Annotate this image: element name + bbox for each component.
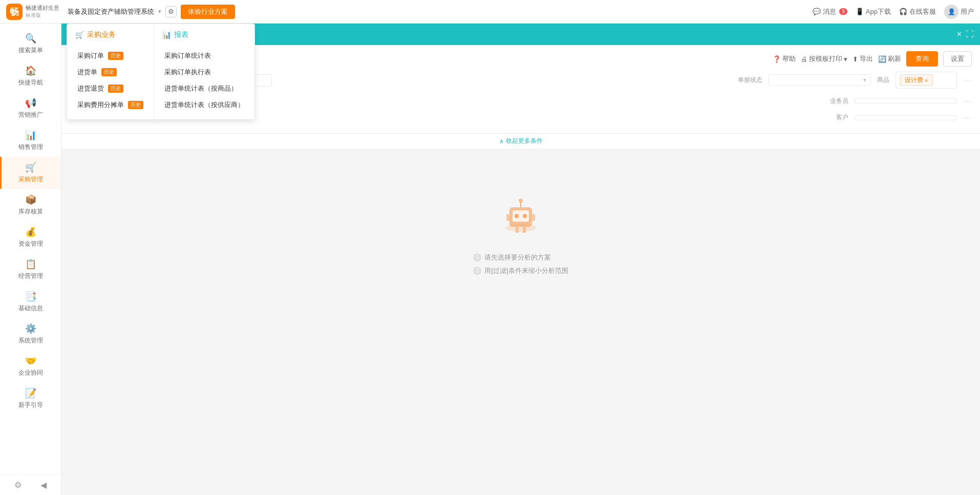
purchase-col-title: 采购业务: [87, 30, 116, 39]
print-icon: 🖨: [801, 55, 807, 63]
inventory-icon: 📦: [25, 194, 36, 205]
sidebar-item-guide[interactable]: 📝 新手引导: [0, 382, 61, 415]
sidebar-item-sales[interactable]: 📊 销售管理: [0, 124, 61, 157]
message-icon: 💬: [813, 8, 821, 15]
purchase-icon: 🛒: [25, 162, 36, 173]
online-service-button[interactable]: 🎧 在线客服: [899, 7, 936, 16]
user-label: 用户: [961, 7, 974, 16]
guide-icon: 📝: [25, 388, 36, 399]
print-btn[interactable]: 🖨 按模板打印 ▾: [801, 54, 847, 63]
empty-tip-2: 2 用[过滤]条件来缩小分析范围: [473, 264, 568, 277]
goods-more-dots[interactable]: ···: [963, 76, 972, 84]
export-label: 导出: [860, 54, 873, 63]
dropdown-col-purchase: 🛒 采购业务 采购订单 历史 进货单 历史 进货退货 历史 采购费用分摊单 历史: [67, 24, 154, 119]
user-avatar[interactable]: 👤 用户: [944, 5, 974, 19]
online-service-label: 在线客服: [909, 7, 936, 16]
collapse-icon: ∧: [499, 138, 504, 145]
logo-icon: 畅: [6, 4, 23, 20]
topbar-right: 💬 消息 9 📱 App下载 🎧 在线客服 👤 用户: [813, 5, 974, 19]
goods-tag-close[interactable]: ×: [925, 77, 928, 83]
dropdown-item-po-stat[interactable]: 采购订单统计表: [162, 48, 246, 64]
app-download-button[interactable]: 📱 App下载: [856, 7, 891, 16]
sidebar-item-marketing[interactable]: 📢 营销推广: [0, 92, 61, 124]
sidebar-label-search: 搜索菜单: [18, 46, 43, 55]
dropdown-item-receipt-supplier-label: 进货单统计表（按供应商）: [164, 100, 244, 110]
sidebar-settings-btn[interactable]: ⚙: [14, 480, 22, 490]
phone-icon: 📱: [856, 8, 864, 15]
export-btn[interactable]: ⬆ 导出: [853, 54, 873, 63]
svg-rect-5: [506, 214, 509, 221]
dropdown-item-expense[interactable]: 采购费用分摊单 历史: [75, 97, 145, 113]
sidebar-item-enterprise[interactable]: 🤝 企业协同: [0, 350, 61, 382]
svg-rect-7: [516, 227, 519, 233]
message-label: 消息: [823, 7, 836, 16]
salesman-more-dots[interactable]: ···: [963, 97, 972, 105]
dropdown-col-report: 📊 报表 采购订单统计表 采购订单执行表 进货单统计表（按商品） 进货单统计表（…: [154, 24, 254, 119]
finance-icon: 💰: [25, 226, 36, 238]
salesman-field[interactable]: [855, 98, 957, 103]
sidebar-item-system[interactable]: ⚙️ 系统管理: [0, 318, 61, 350]
empty-tip-1: 1 请先选择要分析的方案: [473, 251, 568, 264]
dropdown-item-po[interactable]: 采购订单 历史: [75, 48, 145, 64]
sidebar-label-finance: 资金管理: [18, 240, 43, 248]
sidebar: 🔍 搜索菜单 🏠 快捷导航 📢 营销推广 📊 销售管理 🛒 采购管理 📦 库存核…: [0, 24, 61, 495]
history-badge-po: 历史: [108, 52, 123, 60]
logo-badge: 标准版: [26, 12, 59, 19]
customer-more-dots[interactable]: ···: [963, 114, 972, 121]
sidebar-bottom: ⚙ ◀: [0, 475, 61, 495]
message-badge: 9: [839, 8, 847, 15]
message-button[interactable]: 💬 消息 9: [813, 7, 847, 16]
sidebar-item-purchase[interactable]: 🛒 采购管理: [0, 157, 61, 189]
help-btn[interactable]: ❓ 帮助: [773, 54, 796, 63]
sidebar-item-basic[interactable]: 📑 基础信息: [0, 286, 61, 318]
dropdown-item-receipt[interactable]: 进货单 历史: [75, 64, 145, 80]
svg-rect-6: [532, 214, 535, 221]
dropdown-item-receipt-goods[interactable]: 进货单统计表（按商品）: [162, 80, 246, 97]
dropdown-item-receipt-supplier[interactable]: 进货单统计表（按供应商）: [162, 97, 246, 113]
sidebar-label-purchase: 采购管理: [18, 175, 43, 184]
svg-point-3: [515, 214, 519, 218]
history-badge-receipt: 历史: [101, 68, 117, 76]
sidebar-collapse-btn[interactable]: ◀: [40, 480, 47, 490]
sidebar-label-sales: 销售管理: [18, 143, 43, 152]
svg-rect-8: [523, 227, 526, 233]
sidebar-label-guide: 新手引导: [18, 401, 43, 410]
collapse-bar[interactable]: ∧ 收起更多条件: [61, 134, 980, 148]
sidebar-item-search[interactable]: 🔍 搜索菜单: [0, 28, 61, 60]
headset-icon: 🎧: [899, 8, 907, 15]
refresh-icon: 🔄: [878, 55, 886, 63]
topbar: 畅 畅捷通好生意 标准版 装备及固定资产辅助管理系统 ▾ ⚙ 体验行业方案 💬 …: [0, 0, 980, 24]
search-icon: 🔍: [25, 33, 36, 44]
sidebar-item-finance[interactable]: 💰 资金管理: [0, 221, 61, 253]
system-settings-icon[interactable]: ⚙: [165, 6, 177, 17]
dropdown-item-po-label: 采购订单: [77, 51, 104, 60]
sidebar-item-quick[interactable]: 🏠 快捷导航: [0, 60, 61, 92]
sidebar-item-operation[interactable]: 📋 经营管理: [0, 253, 61, 286]
goods-field[interactable]: 设计费 ×: [896, 72, 957, 89]
empty-tip-2-text: 用[过滤]条件来缩小分析范围: [484, 264, 568, 277]
dropdown-item-receipt-goods-label: 进货单统计表（按商品）: [164, 84, 238, 93]
home-icon: 🏠: [25, 65, 36, 76]
refresh-btn[interactable]: 🔄 刷新: [878, 54, 901, 63]
refresh-label: 刷新: [888, 54, 901, 63]
dropdown-item-po-exec[interactable]: 采购订单执行表: [162, 64, 246, 80]
system-dropdown-arrow[interactable]: ▾: [158, 8, 161, 15]
help-icon: ❓: [773, 55, 781, 63]
sidebar-item-inventory[interactable]: 📦 库存核算: [0, 189, 61, 221]
enterprise-icon: 🤝: [25, 355, 36, 367]
topbar-center: 装备及固定资产辅助管理系统 ▾ ⚙ 体验行业方案: [68, 5, 813, 19]
voucher-status-field[interactable]: ▾: [769, 74, 871, 86]
query-button[interactable]: 查询: [906, 51, 938, 67]
dropdown-item-return[interactable]: 进货退货 历史: [75, 80, 145, 97]
customer-field[interactable]: [855, 115, 957, 120]
basic-icon: 📑: [25, 291, 36, 302]
report-col-icon: 📊: [162, 31, 171, 39]
operation-icon: 📋: [25, 259, 36, 270]
customer-label: 客户: [836, 113, 848, 122]
sidebar-label-system: 系统管理: [18, 336, 43, 345]
close-window-btn[interactable]: ×: [957, 30, 962, 39]
svg-point-10: [519, 199, 523, 203]
settings-button[interactable]: 设置: [943, 51, 972, 67]
expand-window-btn[interactable]: ⛶: [966, 30, 974, 39]
industry-button[interactable]: 体验行业方案: [181, 5, 235, 19]
